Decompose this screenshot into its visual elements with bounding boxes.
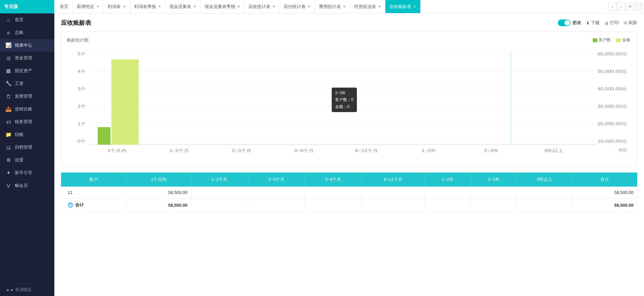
tab-receivable-age-label: 应收账龄表 (389, 4, 411, 10)
member-icon: V (5, 183, 11, 189)
svg-text:10,000.00元: 10,000.00元 (597, 139, 627, 143)
tab-close-all-button[interactable]: ✕ (626, 3, 634, 11)
sidebar-item-home[interactable]: ⌂ 首页 (0, 13, 54, 26)
sidebar-item-reports[interactable]: 📊 报表中心 (0, 39, 54, 52)
sidebar-label-close: 结账 (15, 132, 23, 138)
page-inner: 应收账龄表 图表 ⬇ 下载 🖨 打印 ↺ (54, 13, 644, 296)
tab-receivable-stat-close[interactable]: ✕ (272, 4, 275, 9)
tab-profit-quarterly[interactable]: 利润表季报 ✕ (130, 0, 165, 13)
tab-voucher-close[interactable]: ✕ (96, 4, 99, 9)
tab-expense-stat[interactable]: 费用统计表 ✕ (315, 0, 350, 13)
tab-cashflow[interactable]: 现金流量表 ✕ (165, 0, 201, 13)
tab-payable-stat[interactable]: 应付统计表 ✕ (280, 0, 315, 13)
chart-toggle[interactable] (558, 19, 571, 26)
tax-icon: 🏷 (5, 119, 11, 125)
page-header: 应收账龄表 图表 ⬇ 下载 🖨 打印 ↺ (61, 19, 637, 27)
tab-expand-button[interactable]: ⛶ (635, 3, 643, 11)
tab-cashflow-close[interactable]: ✕ (193, 4, 196, 9)
tab-prev-button[interactable]: ‹ (608, 3, 616, 11)
svg-text:5个: 5个 (77, 52, 86, 56)
close-ledger-icon: 📁 (5, 132, 11, 138)
unpin-icon: ◄◄ (5, 288, 13, 292)
tab-profit-label: 利润表 (108, 4, 121, 10)
svg-text:50,000.00元: 50,000.00元 (597, 69, 627, 73)
tab-profit[interactable]: 利润表 ✕ (104, 0, 130, 13)
th-m36: 3~6个月 (305, 172, 362, 187)
th-m12: 1~2个月 (191, 172, 248, 187)
td-total-m23 (248, 199, 305, 212)
tab-operation-label: 经营状况表 (354, 4, 376, 10)
sidebar-label-stock: 进销台账 (15, 106, 32, 112)
table-header-row: 客户 1个月内 1~2个月 2~3个月 3~6个月 6~12个月 1~2年 2~… (61, 172, 637, 187)
legend-customer: 客户数 (593, 37, 611, 43)
chart-legend: 客户数 金额 (593, 37, 630, 43)
sidebar-item-ledger[interactable]: ≡ 总账 (0, 26, 54, 39)
sidebar-item-settings[interactable]: ⚙ 设置 (0, 154, 54, 166)
unpin-label: 取消固定 (15, 287, 32, 293)
main-area: 首页 新增凭证 ✕ 利润表 ✕ 利润表季报 ✕ 现金流量表 ✕ 现金流量表季报 … (54, 0, 644, 296)
sidebar-item-guide[interactable]: ✦ 新手引导 (0, 166, 54, 179)
chart-toggle-label: 图表 (573, 20, 581, 26)
sidebar-item-close[interactable]: 📁 结账 (0, 128, 54, 141)
table-row: 11 58,500.00 58,500.00 (61, 187, 637, 199)
svg-text:4个: 4个 (77, 69, 86, 73)
svg-text:6~12个月: 6~12个月 (355, 148, 378, 153)
print-label: 打印 (610, 20, 619, 26)
tab-operation[interactable]: 经营状况表 ✕ (350, 0, 385, 13)
svg-text:3年以上: 3年以上 (544, 148, 563, 153)
tab-expense-stat-close[interactable]: ✕ (343, 4, 346, 9)
guide-icon: ✦ (5, 170, 11, 176)
print-icon: 🖨 (604, 20, 609, 26)
refresh-icon: ↺ (624, 20, 627, 26)
archive-icon: 🗂 (5, 145, 11, 150)
tab-voucher-label: 新增凭证 (77, 4, 94, 10)
sidebar-item-archive[interactable]: 🗂 归档管理 (0, 141, 54, 154)
td-total-y3p (517, 199, 572, 212)
tab-home[interactable]: 首页 (56, 0, 73, 13)
td-total-m36 (305, 199, 362, 212)
tab-profit-quarterly-close[interactable]: ✕ (158, 4, 161, 9)
sidebar-item-stock[interactable]: 📥 进销台账 (0, 103, 54, 115)
th-m23: 2~3个月 (248, 172, 305, 187)
legend-customer-color (593, 38, 597, 42)
svg-text:3~6个月: 3~6个月 (294, 148, 314, 153)
sidebar-item-capital[interactable]: ◎ 资金管理 (0, 52, 54, 64)
tab-profit-close[interactable]: ✕ (123, 4, 126, 9)
tab-profit-quarterly-label: 利润表季报 (134, 4, 156, 10)
tab-receivable-age-close[interactable]: ✕ (413, 4, 416, 9)
legend-amount-label: 金额 (622, 37, 630, 43)
svg-text:1~2个月: 1~2个月 (169, 148, 190, 153)
tab-cashflow-quarterly[interactable]: 现金流量表季报 ✕ (201, 0, 245, 13)
download-button[interactable]: ⬇ 下载 (586, 20, 600, 26)
stock-icon: 📥 (5, 106, 11, 112)
total-icon: ◈ (68, 202, 73, 208)
sidebar-unpin[interactable]: ◄◄ 取消固定 (0, 283, 54, 296)
sidebar-label-settings: 设置 (15, 157, 23, 163)
sidebar-item-salary[interactable]: 🔧 工资 (0, 77, 54, 90)
print-button[interactable]: 🖨 打印 (604, 20, 619, 26)
sidebar-item-member[interactable]: V 畅会员 (0, 179, 54, 192)
th-customer: 客户 (61, 172, 126, 187)
sidebar-item-invoice[interactable]: 🗒 发票管理 (0, 90, 54, 103)
legend-amount: 金额 (616, 37, 630, 43)
tab-next-button[interactable]: › (617, 3, 625, 11)
tab-receivable-stat[interactable]: 应收统计表 ✕ (245, 0, 280, 13)
th-m1: 1个月内 (126, 172, 191, 187)
tab-cashflow-quarterly-close[interactable]: ✕ (237, 4, 240, 9)
svg-text:0元: 0元 (619, 148, 627, 152)
table-total-row: ◈ 合计 58,500.00 58,500.00 (61, 199, 637, 212)
refresh-button[interactable]: ↺ 刷新 (624, 20, 637, 26)
td-total-y23 (471, 199, 517, 212)
tab-voucher[interactable]: 新增凭证 ✕ (73, 0, 104, 13)
tabbar: 首页 新增凭证 ✕ 利润表 ✕ 利润表季报 ✕ 现金流量表 ✕ 现金流量表季报 … (54, 0, 644, 13)
chart-svg-area: 5个 4个 3个 2个 1个 0个 60,000.00元 50,000.00元 … (67, 47, 632, 161)
tab-operation-close[interactable]: ✕ (378, 4, 381, 9)
chart-container: 账龄统计图 客户数 金额 5个 4个 (61, 32, 637, 167)
sidebar-item-tax[interactable]: 🏷 税务管理 (0, 115, 54, 128)
td-total-m1: 58,500.00 (126, 199, 191, 212)
tab-payable-stat-close[interactable]: ✕ (308, 4, 311, 9)
sidebar-item-assets[interactable]: ▦ 固定资产 (0, 64, 54, 77)
td-total-label: ◈ 合计 (61, 199, 126, 211)
tab-receivable-age[interactable]: 应收账龄表 ✕ (385, 0, 421, 13)
page-content: 应收账龄表 图表 ⬇ 下载 🖨 打印 ↺ (54, 13, 644, 296)
